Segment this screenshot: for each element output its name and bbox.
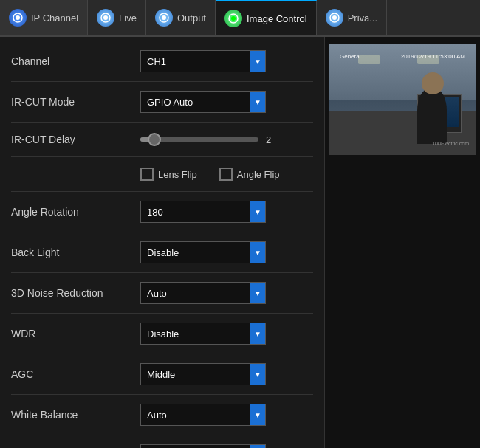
svg-point-9 xyxy=(332,15,337,20)
scene-head xyxy=(422,72,444,94)
noise-reduction-row: 3D Noise Reduction Auto ▼ xyxy=(11,276,313,310)
wdr-arrow: ▼ xyxy=(250,323,265,344)
back-light-control: Disable ▼ xyxy=(140,241,313,263)
channel-value: CH1 xyxy=(147,56,250,67)
tab-image-control-icon xyxy=(224,10,242,27)
tab-privacy-label: Priva... xyxy=(348,13,377,24)
channel-label: Channel xyxy=(11,55,140,67)
scene-person xyxy=(417,89,447,144)
shutter-control: Auto ▼ xyxy=(140,444,313,448)
noise-reduction-dropdown[interactable]: Auto ▼ xyxy=(140,282,266,304)
divider-8 xyxy=(11,354,313,354)
ircut-delay-slider-container: 2 xyxy=(140,134,313,145)
angle-rotation-row: Angle Rotation 180 ▼ xyxy=(11,195,313,229)
shutter-dropdown[interactable]: Auto ▼ xyxy=(140,444,266,448)
angle-flip-item[interactable]: Angle Flip xyxy=(219,168,280,181)
channel-dropdown[interactable]: CH1 ▼ xyxy=(140,50,266,72)
preview-timestamp: 2019/12/19 11:53:00 AM xyxy=(401,53,465,60)
tab-privacy-icon xyxy=(326,9,343,27)
ircut-delay-thumb[interactable] xyxy=(148,133,161,146)
agc-dropdown[interactable]: Middle ▼ xyxy=(140,363,266,385)
angle-rotation-value: 180 xyxy=(147,207,250,218)
ircut-delay-label: IR-CUT Delay xyxy=(11,134,140,145)
divider-9 xyxy=(11,394,313,395)
shutter-row: Shutter Auto ▼ xyxy=(11,438,313,448)
channel-control: CH1 ▼ xyxy=(140,50,313,72)
svg-point-7 xyxy=(231,16,236,21)
back-light-arrow: ▼ xyxy=(250,242,265,263)
ircut-mode-arrow: ▼ xyxy=(250,92,265,112)
preview-panel: General 2019/12/19 11:53:00 AM 100Electr… xyxy=(325,37,480,448)
wdr-label: WDR xyxy=(11,328,140,340)
agc-label: AGC xyxy=(11,368,140,380)
divider-5 xyxy=(11,232,313,232)
ircut-delay-track[interactable] xyxy=(140,137,258,142)
angle-rotation-label: Angle Rotation xyxy=(11,206,140,218)
noise-reduction-value: Auto xyxy=(147,288,250,299)
angle-rotation-dropdown[interactable]: 180 ▼ xyxy=(140,201,266,223)
settings-panel: Channel CH1 ▼ IR-CUT Mode GPIO Auto ▼ IR xyxy=(0,37,325,448)
tab-image-control[interactable]: Image Control xyxy=(216,0,317,35)
checkbox-group: Lens Flip Angle Flip xyxy=(140,168,313,181)
preview-image: General 2019/12/19 11:53:00 AM 100Electr… xyxy=(329,44,476,155)
ircut-mode-value: GPIO Auto xyxy=(147,97,250,108)
preview-channel-label: General xyxy=(340,53,360,60)
white-balance-arrow: ▼ xyxy=(250,404,265,425)
agc-control: Middle ▼ xyxy=(140,363,313,385)
divider-10 xyxy=(11,435,313,435)
tab-ip-channel[interactable]: IP Channel xyxy=(0,0,88,35)
noise-reduction-arrow: ▼ xyxy=(250,283,265,303)
ircut-delay-row: IR-CUT Delay 2 xyxy=(11,125,313,154)
back-light-dropdown[interactable]: Disable ▼ xyxy=(140,241,266,263)
back-light-label: Back Light xyxy=(11,247,140,258)
wdr-value: Disable xyxy=(147,328,250,340)
divider-2 xyxy=(11,122,313,123)
lens-flip-checkbox[interactable] xyxy=(140,168,154,181)
white-balance-dropdown[interactable]: Auto ▼ xyxy=(140,404,266,426)
ircut-mode-dropdown[interactable]: GPIO Auto ▼ xyxy=(140,91,266,113)
angle-flip-label: Angle Flip xyxy=(237,169,280,180)
ircut-mode-row: IR-CUT Mode GPIO Auto ▼ xyxy=(11,85,313,119)
shutter-arrow: ▼ xyxy=(250,445,265,448)
white-balance-label: White Balance xyxy=(11,409,140,421)
channel-row: Channel CH1 ▼ xyxy=(11,44,313,78)
camera-scene xyxy=(329,44,476,155)
tab-privacy[interactable]: Priva... xyxy=(317,0,387,35)
tab-live-label: Live xyxy=(119,13,137,24)
tab-ip-channel-icon xyxy=(9,9,27,27)
nav-bar: IP Channel Live Output Image Control Pri… xyxy=(0,0,480,37)
main-content: Channel CH1 ▼ IR-CUT Mode GPIO Auto ▼ IR xyxy=(0,37,480,448)
divider-7 xyxy=(11,313,313,314)
divider-4 xyxy=(11,191,313,192)
agc-value: Middle xyxy=(147,369,250,380)
tab-output-icon xyxy=(155,9,173,27)
noise-reduction-control: Auto ▼ xyxy=(140,282,313,304)
tab-output-label: Output xyxy=(177,13,206,24)
angle-flip-checkbox[interactable] xyxy=(219,168,233,181)
angle-rotation-arrow: ▼ xyxy=(250,201,265,222)
wdr-dropdown[interactable]: Disable ▼ xyxy=(140,323,266,345)
tab-ip-channel-label: IP Channel xyxy=(31,13,78,24)
ircut-delay-control: 2 xyxy=(140,134,313,145)
flip-row: Lens Flip Angle Flip xyxy=(11,160,313,188)
channel-dropdown-arrow: ▼ xyxy=(250,51,265,72)
ircut-mode-label: IR-CUT Mode xyxy=(11,96,140,108)
svg-point-1 xyxy=(16,15,20,20)
white-balance-row: White Balance Auto ▼ xyxy=(11,398,313,432)
noise-reduction-label: 3D Noise Reduction xyxy=(11,287,140,299)
lens-flip-item[interactable]: Lens Flip xyxy=(140,168,197,181)
angle-rotation-control: 180 ▼ xyxy=(140,201,313,223)
agc-row: AGC Middle ▼ xyxy=(11,357,313,391)
agc-arrow: ▼ xyxy=(250,364,265,385)
white-balance-value: Auto xyxy=(147,410,250,421)
lens-flip-label: Lens Flip xyxy=(158,169,197,180)
wdr-row: WDR Disable ▼ xyxy=(11,317,313,351)
back-light-value: Disable xyxy=(147,247,250,258)
divider-1 xyxy=(11,81,313,82)
divider-6 xyxy=(11,272,313,273)
ircut-mode-control: GPIO Auto ▼ xyxy=(140,91,313,113)
back-light-row: Back Light Disable ▼ xyxy=(11,235,313,269)
tab-output[interactable]: Output xyxy=(146,0,216,35)
preview-watermark: 100Electric.com xyxy=(432,141,469,146)
tab-live[interactable]: Live xyxy=(88,0,146,35)
